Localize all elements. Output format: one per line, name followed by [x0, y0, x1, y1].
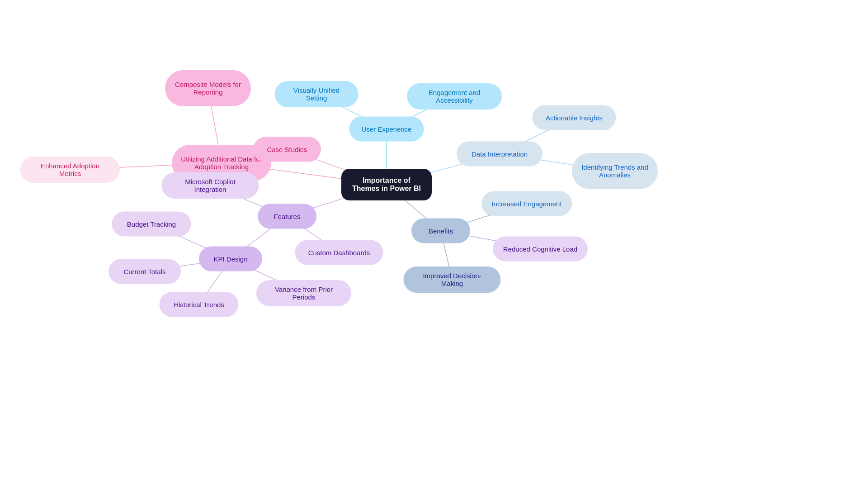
- node-reduced: Reduced Cognitive Load: [493, 237, 588, 262]
- node-increased: Increased Engagement: [481, 191, 572, 216]
- node-ms_copilot: Microsoft Copilot Integration: [162, 172, 259, 199]
- node-features: Features: [258, 204, 316, 229]
- connections-svg: [0, 0, 868, 490]
- node-user_experience: User Experience: [349, 117, 424, 142]
- node-engagement_acc: Engagement and Accessibility: [407, 83, 502, 109]
- node-custom_dash: Custom Dashboards: [295, 240, 383, 265]
- mindmap-container: Importance of Themes in Power BIComposit…: [0, 0, 868, 490]
- node-variance: Variance from Prior Periods: [256, 280, 351, 306]
- node-kpi_design: KPI Design: [199, 247, 262, 271]
- node-case_studies: Case Studies: [253, 137, 321, 162]
- center-node: Importance of Themes in Power BI: [341, 169, 432, 200]
- node-actionable: Actionable Insights: [533, 105, 616, 130]
- node-identifying: Identifying Trends and Anomalies: [572, 153, 658, 189]
- node-benefits: Benefits: [411, 219, 470, 243]
- node-improved: Improved Decision-Making: [404, 266, 501, 293]
- node-visually: Visually Unified Setting: [275, 81, 359, 107]
- node-budget: Budget Tracking: [112, 212, 191, 237]
- node-current_totals: Current Totals: [108, 259, 181, 284]
- node-enhanced: Enhanced Adoption Metrics: [20, 157, 120, 183]
- node-data_interp: Data Interpretation: [457, 142, 542, 167]
- node-composite: Composite Models for Reporting: [165, 70, 251, 106]
- node-historical: Historical Trends: [160, 292, 239, 317]
